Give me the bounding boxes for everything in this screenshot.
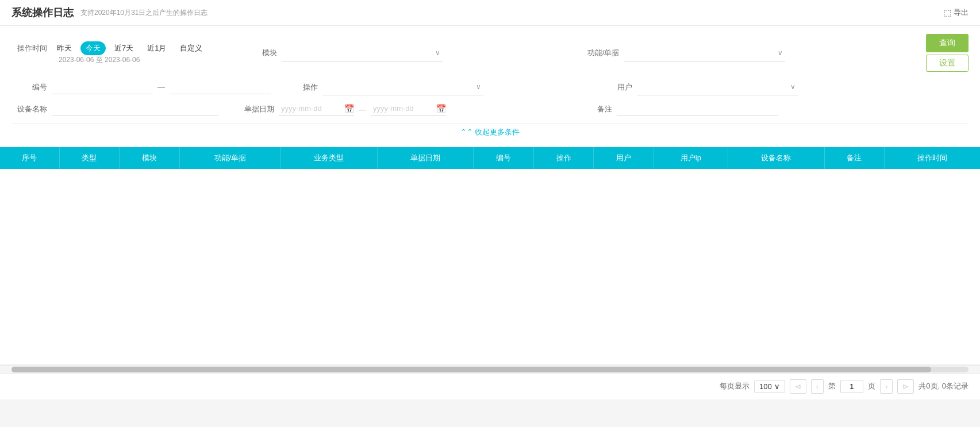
empty-cell	[0, 169, 980, 364]
page-header: 系统操作日志 支持2020年10月31日之后产生的操作日志 ⬚ 导出	[0, 0, 980, 26]
col-operation: 操作	[533, 147, 593, 169]
next-page-button[interactable]: ›	[880, 379, 893, 394]
table-header: 序号 类型 模块 功能/单据 业务类型 单据日期 编号 操作 用户 用户ip 设…	[0, 147, 980, 169]
scrollbar-thumb[interactable]	[11, 367, 931, 372]
date-start-input[interactable]	[279, 103, 342, 114]
device-label: 设备名称	[11, 104, 52, 114]
time-btn-today[interactable]: 今天	[80, 41, 106, 55]
voucher-date-start: 📅	[279, 103, 354, 116]
time-label: 操作时间	[11, 43, 52, 53]
operation-arrow-icon: ∨	[476, 83, 481, 91]
action-buttons: 查询 设置	[926, 34, 969, 72]
col-module: 模块	[120, 147, 179, 169]
operation-label: 操作	[282, 82, 322, 93]
page-number-input[interactable]	[840, 380, 863, 393]
table-body	[0, 169, 980, 364]
module-select[interactable]: ∨	[282, 45, 443, 61]
collapse-icon: ⌃⌃	[460, 128, 475, 136]
per-page-value: 100	[759, 382, 772, 391]
col-func: 功能/单据	[179, 147, 280, 169]
first-page-button[interactable]: ⊲	[790, 379, 806, 394]
col-device: 设备名称	[728, 147, 824, 169]
number-end-input[interactable]	[170, 80, 271, 94]
collapse-bar[interactable]: ⌃⌃ 收起更多条件	[11, 123, 969, 141]
per-page-arrow-icon: ∨	[774, 382, 780, 391]
data-table: 序号 类型 模块 功能/单据 业务类型 单据日期 编号 操作 用户 用户ip 设…	[0, 147, 980, 365]
func-arrow-icon: ∨	[778, 49, 783, 57]
remark-label: 备注	[577, 104, 617, 114]
col-type: 类型	[59, 147, 119, 169]
func-select[interactable]: ∨	[624, 45, 785, 61]
prev-page-button[interactable]: ‹	[811, 379, 824, 394]
scrollbar-area[interactable]	[0, 365, 980, 373]
filter-row-3: 设备名称 单据日期 📅 — 📅 备注	[11, 102, 969, 116]
page-suffix: 页	[868, 381, 875, 391]
operation-select[interactable]: ∨	[322, 79, 483, 95]
date-end-input[interactable]	[371, 103, 434, 114]
col-number: 编号	[474, 147, 533, 169]
voucher-date-end: 📅	[371, 103, 446, 116]
voucher-date-label: 单据日期	[241, 104, 279, 114]
per-page-select[interactable]: 100 ∨	[754, 380, 785, 393]
pagination-bar: 每页显示 100 ∨ ⊲ ‹ 第 页 › ⊳ 共0页, 0条记录	[0, 373, 980, 399]
module-label: 模块	[241, 48, 282, 58]
func-display	[624, 45, 785, 61]
user-label: 用户	[597, 82, 637, 93]
col-seq: 序号	[0, 147, 59, 169]
time-btn-7days[interactable]: 近7天	[109, 41, 139, 55]
col-user-ip: 用户ip	[654, 147, 728, 169]
col-remark: 备注	[824, 147, 884, 169]
col-voucher-date: 单据日期	[377, 147, 474, 169]
page-label: 第	[828, 381, 836, 391]
calendar-end-icon[interactable]: 📅	[436, 104, 446, 113]
time-btn-custom[interactable]: 自定义	[175, 41, 207, 55]
per-page-label: 每页显示	[720, 381, 750, 391]
filter-row-1: 操作时间 昨天 今天 近7天 近1月 自定义 2023-06-06 至 2023…	[11, 34, 969, 72]
filter-section: 操作时间 昨天 今天 近7天 近1月 自定义 2023-06-06 至 2023…	[0, 26, 980, 147]
total-info: 共0页, 0条记录	[918, 381, 969, 391]
col-op-time: 操作时间	[884, 147, 980, 169]
filter-row-2: 编号 — 操作 ∨ 用户 ∨	[11, 79, 969, 95]
setting-button[interactable]: 设置	[926, 55, 969, 72]
remark-input[interactable]	[617, 102, 778, 116]
module-display	[282, 45, 443, 61]
operation-display	[322, 79, 483, 95]
collapse-label: 收起更多条件	[475, 128, 520, 136]
time-btn-yesterday[interactable]: 昨天	[52, 41, 77, 55]
number-label: 编号	[11, 82, 52, 93]
page-subtitle: 支持2020年10月31日之后产生的操作日志	[80, 8, 207, 18]
calendar-start-icon[interactable]: 📅	[344, 104, 354, 113]
col-biz-type: 业务类型	[281, 147, 378, 169]
table-container: 序号 类型 模块 功能/单据 业务类型 单据日期 编号 操作 用户 用户ip 设…	[0, 147, 980, 365]
empty-row	[0, 169, 980, 364]
table-header-row: 序号 类型 模块 功能/单据 业务类型 单据日期 编号 操作 用户 用户ip 设…	[0, 147, 980, 169]
time-btn-1month[interactable]: 近1月	[142, 41, 171, 55]
date-range-text: 2023-06-06 至 2023-06-06	[59, 56, 140, 64]
number-start-input[interactable]	[52, 80, 153, 94]
query-button[interactable]: 查询	[926, 34, 969, 52]
user-arrow-icon: ∨	[790, 83, 795, 91]
user-display	[637, 79, 798, 95]
export-icon: ⬚	[944, 8, 951, 17]
user-select[interactable]: ∨	[637, 79, 798, 95]
last-page-button[interactable]: ⊳	[897, 379, 914, 394]
col-user: 用户	[594, 147, 654, 169]
scrollbar-track	[11, 367, 969, 372]
date-dash: —	[359, 105, 366, 114]
time-filters: 昨天 今天 近7天 近1月 自定义	[52, 41, 207, 55]
number-dash: —	[157, 83, 165, 91]
func-label: 功能/单据	[584, 48, 624, 58]
device-input[interactable]	[52, 102, 218, 116]
module-arrow-icon: ∨	[435, 49, 440, 57]
export-button[interactable]: ⬚ 导出	[944, 7, 969, 18]
page-title: 系统操作日志	[11, 6, 74, 20]
